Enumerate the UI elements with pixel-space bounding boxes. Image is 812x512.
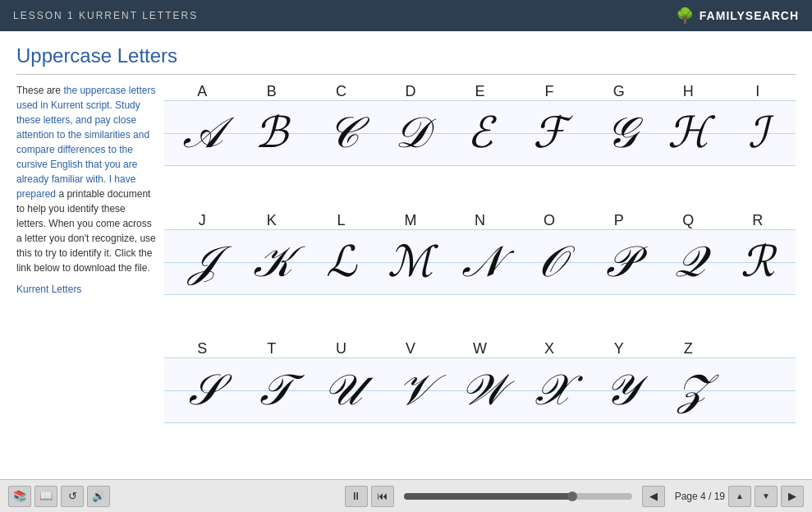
kurrent-M: ℳ xyxy=(376,241,446,284)
print-E: E xyxy=(445,83,515,100)
print-P: P xyxy=(584,212,654,229)
next-page-button[interactable]: ▶ xyxy=(781,486,804,507)
kurrent-T: 𝒯 xyxy=(237,369,307,412)
kurrent-C: 𝒞 xyxy=(306,112,376,155)
print-T: T xyxy=(237,340,307,357)
sidebar-highlight: the uppercase letters used in Kurrent sc… xyxy=(16,85,155,200)
kurrent-Z: 𝒵 xyxy=(654,369,723,412)
progress-fill xyxy=(404,493,575,500)
kurrent-B: ℬ xyxy=(237,112,307,155)
print-U: U xyxy=(306,340,376,357)
bottom-toolbar: 📚 📖 ↺ 🔊 ⏸ ⏮ ◀ Page 4 / 19 ▲ ▼ ▶ xyxy=(0,479,812,512)
progress-thumb xyxy=(567,491,577,501)
print-B: B xyxy=(237,83,307,100)
kurrent-F: ℱ xyxy=(515,112,585,155)
kurrent-W: 𝒲 xyxy=(445,369,515,412)
skip-back-button[interactable]: ⏮ xyxy=(371,486,394,507)
print-Q: Q xyxy=(654,212,723,229)
kurrent-S: 𝒮 xyxy=(167,369,237,412)
kurrent-H: ℋ xyxy=(654,112,723,155)
print-M: M xyxy=(376,212,446,229)
print-C: C xyxy=(306,83,376,100)
library-button[interactable]: 📚 xyxy=(8,486,31,507)
page-down-button[interactable]: ▼ xyxy=(755,486,778,507)
print-letters-row-1: A B C D E F G H I xyxy=(164,83,796,100)
kurrent-K: 𝒦 xyxy=(237,241,307,284)
kurrent-A: 𝒜 xyxy=(167,112,237,155)
print-I: I xyxy=(723,83,793,100)
main-content: Uppercase Letters These are the uppercas… xyxy=(0,31,812,479)
print-F: F xyxy=(515,83,585,100)
book-button[interactable]: 📖 xyxy=(34,486,57,507)
body-content: These are the uppercase letters used in … xyxy=(16,83,796,466)
page-up-button[interactable]: ▲ xyxy=(728,486,751,507)
logo-text: FAMILYSEARCH xyxy=(700,9,799,22)
print-Z: Z xyxy=(654,340,723,357)
kurrent-E: ℰ xyxy=(445,112,515,155)
print-J: J xyxy=(167,212,237,229)
print-K: K xyxy=(237,212,307,229)
print-A: A xyxy=(167,83,237,100)
print-W: W xyxy=(445,340,515,357)
kurrent-D: 𝒟 xyxy=(376,112,446,155)
volume-button[interactable]: 🔊 xyxy=(87,486,110,507)
kurrent-U: 𝒰 xyxy=(306,369,376,412)
kurrent-P: 𝒫 xyxy=(584,241,654,284)
content-area: Uppercase Letters These are the uppercas… xyxy=(0,31,812,479)
kurrent-O: 𝒪 xyxy=(515,241,585,284)
print-X: X xyxy=(515,340,585,357)
letter-row-3: S T U V W X Y Z 𝒮 𝒯 𝒰 𝒱 xyxy=(164,340,796,466)
refresh-button[interactable]: ↺ xyxy=(61,486,84,507)
print-L: L xyxy=(306,212,376,229)
kurrent-Q: 𝒬 xyxy=(654,241,723,284)
letter-row-1: A B C D E F G H I 𝒜 ℬ 𝒞 𝒟 xyxy=(164,83,796,209)
letter-row-2: J K L M N O P Q R 𝒥 𝒦 ℒ ℳ xyxy=(164,212,796,338)
print-R: R xyxy=(723,212,793,229)
print-S: S xyxy=(167,340,237,357)
sidebar-paragraph: These are the uppercase letters used in … xyxy=(16,83,156,275)
kurrent-V: 𝒱 xyxy=(376,369,446,412)
kurrent-letters-link[interactable]: Kurrent Letters xyxy=(16,282,156,297)
print-letters-row-3: S T U V W X Y Z xyxy=(164,340,796,357)
kurrent-G: 𝒢 xyxy=(584,112,654,155)
kurrent-I: ℐ xyxy=(723,112,793,155)
page-info: Page 4 / 19 xyxy=(675,491,725,502)
print-H: H xyxy=(654,83,723,100)
kurrent-X: 𝒳 xyxy=(515,369,585,412)
page-heading: Uppercase Letters xyxy=(16,44,796,75)
kurrent-R: ℛ xyxy=(723,241,793,284)
kurrent-L: ℒ xyxy=(306,241,376,284)
sidebar-text: These are the uppercase letters used in … xyxy=(16,83,156,466)
kurrent-N: 𝒩 xyxy=(445,241,515,284)
tree-icon: 🌳 xyxy=(676,7,695,25)
progress-bar[interactable] xyxy=(404,493,632,500)
lesson-label: LESSON 1 KURRENT LETTERS xyxy=(13,10,198,21)
kurrent-strip-row-2: 𝒥 𝒦 ℒ ℳ 𝒩 𝒪 𝒫 𝒬 ℛ xyxy=(164,229,796,295)
kurrent-strip-row-3: 𝒮 𝒯 𝒰 𝒱 𝒲 𝒳 𝒴 𝒵 xyxy=(164,357,796,423)
print-O: O xyxy=(515,212,585,229)
print-Y: Y xyxy=(584,340,654,357)
kurrent-Y: 𝒴 xyxy=(584,369,654,412)
letter-grid: A B C D E F G H I 𝒜 ℬ 𝒞 𝒟 xyxy=(164,83,796,466)
print-V: V xyxy=(376,340,446,357)
print-D: D xyxy=(376,83,446,100)
prev-page-button[interactable]: ◀ xyxy=(642,486,665,507)
print-letters-row-2: J K L M N O P Q R xyxy=(164,212,796,229)
print-N: N xyxy=(445,212,515,229)
logo: 🌳 FAMILYSEARCH xyxy=(676,7,799,25)
kurrent-strip-row-1: 𝒜 ℬ 𝒞 𝒟 ℰ ℱ 𝒢 ℋ ℐ xyxy=(164,100,796,166)
kurrent-J: 𝒥 xyxy=(167,241,237,284)
pause-button[interactable]: ⏸ xyxy=(345,486,368,507)
print-G: G xyxy=(584,83,654,100)
top-bar: LESSON 1 KURRENT LETTERS 🌳 FAMILYSEARCH xyxy=(0,0,812,31)
